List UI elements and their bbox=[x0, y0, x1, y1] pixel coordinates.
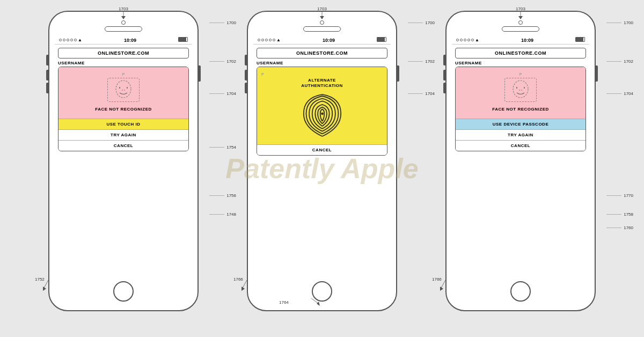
status-bar-p1: ▲ 10:09 bbox=[55, 36, 192, 45]
side-btn-power bbox=[199, 65, 201, 82]
ref-arrow-1752 bbox=[43, 280, 54, 291]
side-btn-vol-down bbox=[46, 83, 48, 93]
speaker-p1 bbox=[105, 26, 142, 32]
try-again-btn-p3[interactable]: TRY AGAIN bbox=[456, 129, 586, 140]
svg-point-27 bbox=[513, 80, 528, 98]
battery-area-p3 bbox=[575, 37, 585, 43]
alt-auth-title-p2: ALTERNATEAUTHENTICATION bbox=[301, 78, 343, 89]
camera-p1 bbox=[121, 20, 126, 25]
username-label-p3: USERNAME bbox=[455, 61, 586, 65]
fingerprint-area-p2: P ALTERNATEAUTHENTICATION bbox=[257, 67, 387, 144]
sig-dot-5-p2 bbox=[273, 39, 275, 41]
url-bar-p1: ONLINESTORE.COM bbox=[58, 48, 189, 58]
status-bar-p3: ▲ 10:09 bbox=[452, 36, 589, 45]
try-again-btn-p1[interactable]: TRY AGAIN bbox=[58, 129, 188, 140]
phone-2: 1703 ▲ 10: bbox=[239, 11, 405, 311]
wifi-icon-p1: ▲ bbox=[78, 38, 82, 42]
phone-body-1: ▲ 10:09 ONLINESTORE.COM USERNAME P bbox=[48, 11, 199, 311]
cancel-btn-dialog-p1[interactable]: CANCEL bbox=[58, 140, 188, 151]
ref-1770-p3: 1770 bbox=[606, 193, 633, 198]
fingerprint-svg-p2 bbox=[302, 93, 342, 139]
sig-dot-2-p2 bbox=[261, 39, 264, 41]
battery-icon-p3 bbox=[575, 37, 585, 42]
phone-top-3 bbox=[447, 17, 595, 32]
ref-1702-p3: 1702 bbox=[606, 59, 633, 64]
home-button-p1[interactable] bbox=[113, 281, 134, 302]
url-bar-p2: ONLINESTORE.COM bbox=[257, 48, 387, 58]
battery-area-p1 bbox=[178, 37, 188, 43]
side-btn-vol-up-p2 bbox=[245, 70, 247, 80]
sig-dot-1-p3 bbox=[456, 39, 459, 41]
phone-top-2 bbox=[248, 17, 396, 32]
ref-1700-p3: 1700 bbox=[606, 20, 633, 25]
ref-1704-p1: 1704 bbox=[209, 91, 236, 96]
face-not-recognized-p3: FACE NOT RECOGNIZED bbox=[492, 105, 549, 113]
username-label-p1: USERNAME bbox=[58, 61, 189, 65]
sig-dot-1-p2 bbox=[258, 39, 260, 41]
cancel-btn-dialog-p3[interactable]: CANCEL bbox=[456, 140, 586, 151]
ref-1754-p1: 1754 bbox=[209, 145, 236, 150]
svg-point-30 bbox=[519, 90, 520, 91]
signal-dot-2 bbox=[63, 39, 65, 41]
ref-arrow-top-p2 bbox=[314, 12, 330, 19]
ref-arrow-1766-p2 bbox=[241, 280, 252, 291]
svg-marker-1 bbox=[121, 16, 126, 19]
phone-body-3: ▲ 10:09 ONLINESTORE.COM USERNAME P bbox=[445, 11, 596, 311]
side-btn-vol-down-p2 bbox=[245, 83, 247, 93]
ref-arrow-1764 bbox=[311, 298, 322, 306]
signal-dot-1 bbox=[59, 39, 62, 41]
battery-fill-p3 bbox=[576, 38, 583, 41]
face-svg-p1 bbox=[110, 79, 137, 101]
ref-1704-p3: 1704 bbox=[606, 91, 633, 96]
phone-3: 1703 ▲ 10: bbox=[437, 11, 604, 311]
camera-p3 bbox=[518, 20, 523, 25]
ref-1748-p1: 1748 bbox=[209, 212, 236, 217]
screen-p2: ONLINESTORE.COM USERNAME P ALTERNATEAUTH… bbox=[253, 46, 391, 277]
side-btn-power-p3 bbox=[596, 65, 598, 82]
use-device-passcode-btn[interactable]: USE DEVICE PASSCODE bbox=[456, 119, 586, 129]
auth-dialog-p1: P bbox=[58, 67, 189, 151]
svg-marker-26 bbox=[518, 16, 523, 19]
battery-icon-p2 bbox=[377, 37, 386, 42]
pwd-hint-p1: P bbox=[122, 72, 125, 76]
battery-fill-p2 bbox=[377, 38, 385, 41]
pwd-hint-p2: P bbox=[261, 72, 383, 76]
svg-point-31 bbox=[521, 90, 522, 91]
sig-dot-3-p2 bbox=[265, 39, 268, 41]
face-not-recognized-p1: FACE NOT RECOGNIZED bbox=[95, 105, 152, 113]
cancel-btn-dialog-p2[interactable]: CANCEL bbox=[257, 144, 387, 155]
use-touch-id-btn[interactable]: USE TOUCH ID bbox=[58, 119, 188, 129]
wifi-icon-p2: ▲ bbox=[276, 38, 281, 42]
face-box-p1 bbox=[107, 78, 140, 102]
sig-dot-5-p3 bbox=[471, 39, 474, 41]
battery-area-p2 bbox=[377, 37, 386, 43]
speaker-p3 bbox=[502, 26, 539, 32]
face-area-p3: P FACE NOT RECOGNIZED bbox=[456, 67, 586, 119]
status-bar-p2: ▲ 10:09 bbox=[253, 36, 391, 45]
svg-point-2 bbox=[116, 80, 131, 98]
face-box-p3 bbox=[504, 78, 537, 102]
speaker-p2 bbox=[303, 26, 341, 32]
status-time-p1: 10:09 bbox=[124, 38, 136, 43]
signal-dot-3 bbox=[67, 39, 69, 41]
phone-top-1 bbox=[49, 17, 197, 32]
home-button-p3[interactable] bbox=[510, 281, 531, 302]
battery-fill-p1 bbox=[179, 38, 186, 41]
svg-marker-16 bbox=[320, 16, 324, 19]
url-bar-p3: ONLINESTORE.COM bbox=[455, 48, 586, 58]
side-btn-mute-p2 bbox=[245, 55, 247, 65]
phone-1: 1703 ▲ bbox=[40, 11, 207, 311]
svg-marker-24 bbox=[317, 302, 320, 306]
ref-1702-p2: 1702 bbox=[408, 59, 435, 64]
signal-area-p3: ▲ bbox=[456, 38, 479, 42]
camera-p2 bbox=[320, 20, 324, 25]
side-btn-mute-p3 bbox=[443, 55, 445, 65]
patent-diagram: 1703 ▲ bbox=[0, 0, 644, 337]
svg-point-17 bbox=[321, 112, 324, 115]
side-btn-power-p2 bbox=[397, 65, 399, 82]
ref-1702-p1: 1702 bbox=[209, 59, 236, 64]
side-btn-mute bbox=[46, 55, 48, 65]
username-label-p2: USERNAME bbox=[257, 61, 387, 65]
ref-1704-p2: 1704 bbox=[408, 91, 435, 96]
ref-arrow-1766-p3 bbox=[440, 280, 451, 291]
